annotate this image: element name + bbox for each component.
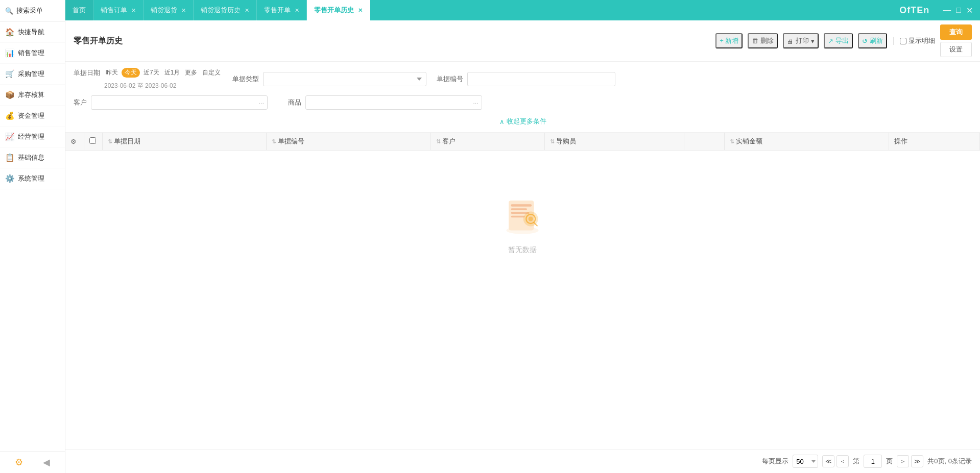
customer-filter-group: 客户 ··· xyxy=(74,95,268,110)
th-doc_no[interactable]: 单据编号 xyxy=(267,133,431,151)
doc-no-label: 单据编号 xyxy=(437,74,463,84)
first-page-button[interactable]: ≪ xyxy=(822,455,834,467)
tab-close-sales-return[interactable]: ✕ xyxy=(181,7,186,14)
th-date[interactable]: 单据日期 xyxy=(102,133,267,151)
sidebar-icon-sales-mgmt: 📊 xyxy=(5,48,15,58)
show-detail-input[interactable] xyxy=(900,38,906,44)
tab-sales-return[interactable]: 销货退货✕ xyxy=(144,0,194,20)
page-label: 页 xyxy=(886,457,893,466)
doc-no-input[interactable] xyxy=(467,72,615,86)
sidebar-item-operations[interactable]: 📈经营管理 xyxy=(0,127,65,147)
prev-page-button[interactable]: ＜ xyxy=(836,455,849,467)
top-nav: 首页销售订单✕销货退货✕销货退货历史✕零售开单✕零售开单历史✕ OfTEn — … xyxy=(65,0,980,20)
sidebar-icon-finance: 💰 xyxy=(5,111,15,120)
tabs-container: 首页销售订单✕销货退货✕销货退货历史✕零售开单✕零售开单历史✕ xyxy=(65,0,370,20)
date-quick-btn-今天[interactable]: 今天 xyxy=(122,68,140,78)
sidebar-label-finance: 资金管理 xyxy=(18,111,44,120)
show-detail-checkbox[interactable]: 显示明细 xyxy=(900,36,935,45)
sidebar-item-sys-mgmt[interactable]: ⚙️系统管理 xyxy=(0,168,65,189)
th-spacer xyxy=(684,133,724,151)
sidebar-item-inventory[interactable]: 📦库存核算 xyxy=(0,85,65,106)
th-label-amount: 实销金额 xyxy=(736,137,762,145)
toolbar-actions: + 新增 🗑 删除 🖨 🖨 打印 打印 ▾ ↗ 导出 ↺ 刷新 xyxy=(715,24,972,57)
tab-close-retail-history[interactable]: ✕ xyxy=(358,7,363,14)
next-page-button[interactable]: ＞ xyxy=(897,455,909,467)
query-button[interactable]: 查询 xyxy=(940,24,972,40)
tab-retail-history[interactable]: 零售开单历史✕ xyxy=(307,0,370,20)
per-page-select[interactable]: 50100200 xyxy=(793,455,818,468)
date-quick-btn-昨天[interactable]: 昨天 xyxy=(104,68,119,78)
sidebar-item-purchase-mgmt[interactable]: 🛒采购管理 xyxy=(0,64,65,85)
th-label-guide: 导购员 xyxy=(556,137,576,145)
main-area: 首页销售订单✕销货退货✕销货退货历史✕零售开单✕零售开单历史✕ OfTEn — … xyxy=(65,0,980,473)
sidebar-item-finance[interactable]: 💰资金管理 xyxy=(0,106,65,127)
svg-rect-5 xyxy=(511,216,525,218)
page-number-input[interactable] xyxy=(864,455,882,468)
sidebar-icon-inventory: 📦 xyxy=(5,90,15,99)
sidebar-item-basic-info[interactable]: 📋基础信息 xyxy=(0,147,65,168)
filter-row-1: 单据日期 昨天今天近7天近1月更多自定义 2023-06-02 至 2023-0… xyxy=(74,68,972,90)
empty-area: 暂无数据 xyxy=(65,151,980,275)
refresh-label: 刷新 xyxy=(870,36,883,45)
date-quick-btn-自定义[interactable]: 自定义 xyxy=(201,68,222,78)
product-input[interactable] xyxy=(309,99,473,107)
sidebar-label-purchase-mgmt: 采购管理 xyxy=(18,69,44,79)
select-all-checkbox[interactable] xyxy=(89,137,96,144)
close-icon[interactable]: ✕ xyxy=(966,6,973,15)
date-quick-btn-更多[interactable]: 更多 xyxy=(183,68,199,78)
tab-home[interactable]: 首页 xyxy=(65,0,93,20)
export-label: 导出 xyxy=(835,36,849,45)
delete-button[interactable]: 🗑 删除 xyxy=(748,33,778,48)
th-checkbox xyxy=(84,133,102,151)
refresh-icon: ↺ xyxy=(862,37,868,45)
tab-close-sales-order[interactable]: ✕ xyxy=(131,7,136,14)
collapse-icon: ∧ xyxy=(499,118,505,126)
sidebar-label-sys-mgmt: 系统管理 xyxy=(18,174,44,183)
th-amount[interactable]: 实销金额 xyxy=(725,133,889,151)
empty-text: 暂无数据 xyxy=(508,245,537,255)
tab-close-retail-open[interactable]: ✕ xyxy=(295,7,299,14)
settings-icon[interactable]: ⚙ xyxy=(15,457,23,468)
date-quick-btn-近7天[interactable]: 近7天 xyxy=(142,68,161,78)
th-guide[interactable]: 导购员 xyxy=(545,133,684,151)
tab-close-sales-return-history[interactable]: ✕ xyxy=(245,7,249,14)
print-button[interactable]: 🖨 🖨 打印 打印 ▾ xyxy=(783,33,819,48)
content-area: 零售开单历史 + 新增 🗑 删除 🖨 🖨 打印 打印 ▾ ↗ 导出 ↺ 刷新 xyxy=(65,20,980,473)
customer-input[interactable] xyxy=(94,99,258,107)
sidebar-item-sales-mgmt[interactable]: 📊销售管理 xyxy=(0,43,65,64)
tab-retail-open[interactable]: 零售开单✕ xyxy=(257,0,307,20)
divider xyxy=(893,37,894,45)
collapse-button[interactable]: ∧ 收起更多条件 xyxy=(74,115,972,128)
add-button[interactable]: + 新增 xyxy=(715,33,743,48)
tab-sales-order[interactable]: 销售订单✕ xyxy=(93,0,144,20)
customer-label: 客户 xyxy=(74,98,87,107)
sidebar-icon-sys-mgmt: ⚙️ xyxy=(5,174,15,183)
date-quick-btn-近1月[interactable]: 近1月 xyxy=(163,68,182,78)
minimize-icon[interactable]: — xyxy=(943,6,951,15)
tab-sales-return-history[interactable]: 销货退货历史✕ xyxy=(194,0,257,20)
maximize-icon[interactable]: □ xyxy=(956,6,961,15)
data-table: ⚙单据日期单据编号客户导购员实销金额操作 xyxy=(65,133,980,275)
th-action: 操作 xyxy=(889,133,980,151)
last-page-button[interactable]: ≫ xyxy=(911,455,923,467)
sidebar-item-quick-nav[interactable]: 🏠快捷导航 xyxy=(0,22,65,43)
date-quick-btns: 昨天今天近7天近1月更多自定义 xyxy=(104,68,222,78)
settings-gear-icon[interactable]: ⚙ xyxy=(70,138,77,145)
th-label-action: 操作 xyxy=(894,137,907,145)
export-button[interactable]: ↗ 导出 xyxy=(824,33,853,48)
refresh-button[interactable]: ↺ 刷新 xyxy=(858,33,887,48)
table-header-row: ⚙单据日期单据编号客户导购员实销金额操作 xyxy=(65,133,980,151)
tab-label-sales-return: 销货退货 xyxy=(151,6,177,15)
th-label-date: 单据日期 xyxy=(114,137,140,145)
table-body: 暂无数据 xyxy=(65,151,980,276)
sidebar-search[interactable]: 🔍 搜索采单 xyxy=(0,0,65,22)
th-label-customer: 客户 xyxy=(442,137,456,145)
collapse-icon[interactable]: ◀ xyxy=(43,457,50,468)
empty-illustration xyxy=(499,191,545,237)
print-icon: 🖨 xyxy=(787,37,794,45)
th-settings: ⚙ xyxy=(65,133,84,151)
setting-button[interactable]: 设置 xyxy=(940,42,972,57)
doc-type-select[interactable] xyxy=(263,72,426,86)
th-customer[interactable]: 客户 xyxy=(431,133,544,151)
sidebar-label-quick-nav: 快捷导航 xyxy=(18,28,44,37)
